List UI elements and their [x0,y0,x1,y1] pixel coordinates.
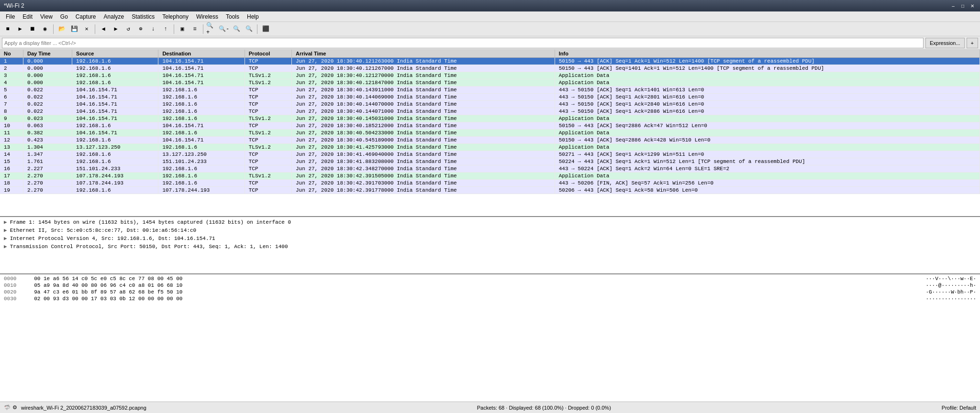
hex-row: 0030 02 00 93 d3 00 00 17 03 03 0b 12 00… [0,295,980,302]
hex-offset: 0000 [4,276,28,282]
table-row[interactable]: 20.000192.168.1.6104.16.154.71TCPJun 27,… [0,65,980,72]
toolbar-next-mark-btn[interactable]: ↓ [147,23,159,35]
toolbar-zoom-in-btn[interactable]: 🔍+ [206,23,217,35]
table-cell: TCP [245,58,291,65]
col-info[interactable]: Info [555,50,980,58]
table-row[interactable]: 70.022104.16.154.71192.168.1.6TCPJun 27,… [0,101,980,108]
toolbar-resize-btn[interactable]: ⬛ [260,23,271,35]
col-dst[interactable]: Destination [158,50,245,58]
table-row[interactable]: 162.227151.101.24.233192.168.1.6TCPJun 2… [0,165,980,173]
table-cell: 3 [0,72,23,79]
col-no[interactable]: No [0,50,23,58]
toolbar-mark-btn[interactable]: ⊕ [135,23,146,35]
table-cell: 192.168.1.6 [72,122,158,130]
menu-item-view[interactable]: View [36,12,56,21]
table-row[interactable]: 131.30413.127.123.250192.168.1.6TLSv1.2J… [0,144,980,151]
table-cell: 0.063 [23,122,72,130]
detail-row[interactable]: ▶Ethernet II, Src: 5c:e0:c5:8c:ce:77, Ds… [0,226,980,234]
table-cell: 107.178.244.193 [72,180,158,187]
table-cell: 192.168.1.6 [158,130,245,137]
toolbar-goto-btn[interactable]: ↺ [122,23,134,35]
table-cell: Jun 27, 2020 18:30:40.121270000 India St… [292,72,555,79]
add-filter-button[interactable]: + [967,38,978,48]
table-cell: Jun 27, 2020 18:30:42.348270000 India St… [292,165,555,173]
detail-row[interactable]: ▶Frame 1: 1454 bytes on wire (11632 bits… [0,218,980,226]
toolbar-back-btn[interactable]: ◀ [98,23,109,35]
table-cell: 0.000 [23,72,72,79]
toolbar-open-btn[interactable]: 📂 [56,23,67,35]
table-row[interactable]: 151.761192.168.1.6151.101.24.233TCPJun 2… [0,158,980,165]
table-row[interactable]: 100.063192.168.1.6104.16.154.71TCPJun 27… [0,122,980,130]
table-row[interactable]: 172.270107.178.244.193192.168.1.6TLSv1.2… [0,173,980,180]
table-cell: 192.168.1.6 [72,72,158,79]
toolbar-zoom-out-btn[interactable]: 🔍- [218,23,230,35]
table-row[interactable]: 30.000192.168.1.6104.16.154.71TLSv1.2Jun… [0,72,980,79]
table-row[interactable]: 50.022104.16.154.71192.168.1.6TCPJun 27,… [0,87,980,94]
hex-ascii: ·G······W·bh··P· [925,289,976,295]
toolbar-prev-mark-btn[interactable]: ↑ [160,23,171,35]
table-row[interactable]: 40.000192.168.1.6104.16.154.71TLSv1.2Jun… [0,79,980,87]
table-cell: TLSv1.2 [245,173,291,180]
menu-item-analyze[interactable]: Analyze [100,12,128,21]
detail-text: Internet Protocol Version 4, Src: 192.16… [10,236,215,241]
table-row[interactable]: 90.023104.16.154.71192.168.1.6TLSv1.2Jun… [0,115,980,122]
toolbar-cols-btn[interactable]: ▣ [177,23,188,35]
table-row[interactable]: 182.270107.178.244.193192.168.1.6TCPJun … [0,180,980,187]
col-time[interactable]: Day Time [23,50,72,58]
table-row[interactable]: 10.000192.168.1.6104.16.154.71TCPJun 27,… [0,58,980,65]
toolbar-sep-1 [53,24,54,34]
table-cell: Jun 27, 2020 18:30:40.121847000 India St… [292,79,555,87]
table-cell: 19 [0,187,23,194]
toolbar-capture-btn[interactable]: ◉ [39,23,51,35]
detail-row[interactable]: ▶Transmission Control Protocol, Src Port… [0,242,980,250]
filter-input[interactable] [2,38,924,48]
menu-item-statistics[interactable]: Statistics [128,12,158,21]
detail-row[interactable]: ▶Internet Protocol Version 4, Src: 192.1… [0,234,980,242]
toolbar-close-btn[interactable]: ✕ [81,23,92,35]
toolbar-save-btn[interactable]: 💾 [68,23,80,35]
expression-button[interactable]: Expression... [925,38,965,48]
menu-item-telephony[interactable]: Telephony [158,12,192,21]
menu-item-edit[interactable]: Edit [19,12,36,21]
packet-list-container[interactable]: No Day Time Source Destination Protocol … [0,50,980,217]
status-left: 🦈 ⚙ wireshark_Wi-Fi 2_20200627183039_a07… [4,404,146,411]
toolbar-start-btn[interactable]: ■ [2,23,13,35]
menu-item-capture[interactable]: Capture [72,12,100,21]
toolbar-zoom-100-btn[interactable]: 🔍 [243,23,255,35]
menu-item-file[interactable]: File [2,12,19,21]
table-row[interactable]: 120.423192.168.1.6104.16.154.71TCPJun 27… [0,137,980,144]
minimize-button[interactable]: – [949,2,957,10]
table-row[interactable]: 141.347192.168.1.613.127.123.250TCPJun 2… [0,151,980,158]
table-cell: 104.16.154.71 [72,94,158,101]
table-row[interactable]: 80.022104.16.154.71192.168.1.6TCPJun 27,… [0,108,980,115]
table-cell: 5 [0,87,23,94]
toolbar-zoom-fit-btn[interactable]: 🔍 [231,23,242,35]
table-cell: TLSv1.2 [245,130,291,137]
table-cell: TLSv1.2 [245,72,291,79]
table-cell: 192.168.1.6 [158,165,245,173]
table-row[interactable]: 60.022104.16.154.71192.168.1.6TCPJun 27,… [0,94,980,101]
table-cell: 13.127.123.250 [158,151,245,158]
toolbar-fwd-btn[interactable]: ▶ [110,23,122,35]
table-cell: Jun 27, 2020 18:30:42.391703000 India St… [292,180,555,187]
expand-arrow: ▶ [4,243,7,250]
close-button[interactable]: ✕ [969,2,976,10]
col-proto[interactable]: Protocol [245,50,291,58]
table-cell: 11 [0,130,23,137]
maximize-button[interactable]: □ [959,2,967,10]
menu-item-go[interactable]: Go [56,12,72,21]
hex-offset: 0010 [4,283,28,288]
col-arrival[interactable]: Arrival Time [292,50,555,58]
col-src[interactable]: Source [72,50,158,58]
menu-item-help[interactable]: Help [243,12,263,21]
table-cell: Jun 27, 2020 18:30:40.121263000 India St… [292,58,555,65]
table-cell: 192.168.1.6 [72,151,158,158]
menu-item-wireless[interactable]: Wireless [192,12,222,21]
table-cell: 15 [0,158,23,165]
table-row[interactable]: 192.270192.168.1.6107.178.244.193TCPJun … [0,187,980,194]
toolbar-stop-btn[interactable]: ▶ [14,23,26,35]
menu-item-tools[interactable]: Tools [222,12,243,21]
table-row[interactable]: 110.382104.16.154.71192.168.1.6TLSv1.2Ju… [0,130,980,137]
toolbar-list-btn[interactable]: ≡ [189,23,200,35]
toolbar-restart-btn[interactable]: ⏹ [27,23,38,35]
